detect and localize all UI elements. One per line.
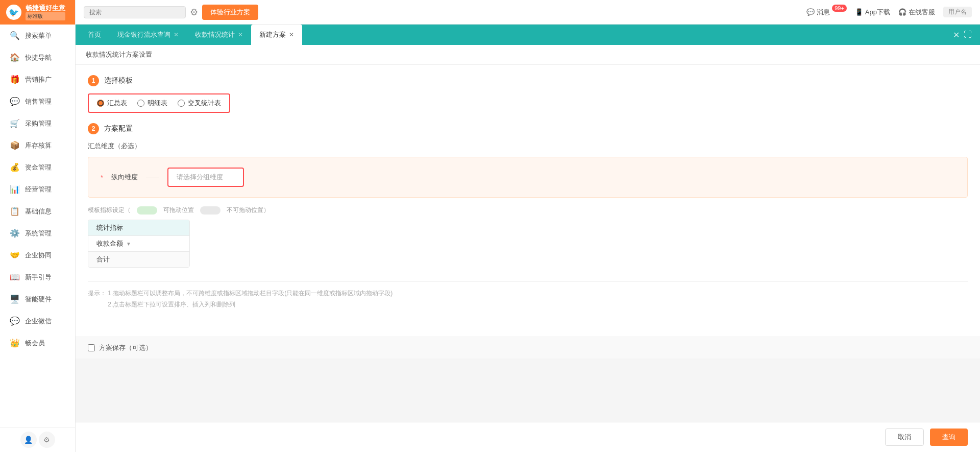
metrics-config-label: 模板指标设定（ [88, 206, 131, 215]
trial-button[interactable]: 体验行业方案 [202, 5, 258, 20]
radio-cross[interactable]: 交叉统计表 [178, 99, 221, 108]
step1-number: 1 [88, 75, 99, 86]
logo-title: 畅捷通好生意 [26, 4, 65, 12]
vip-member-icon: 👑 [10, 338, 20, 348]
radio-summary-label: 汇总表 [107, 99, 127, 108]
dimension-row: * 纵向维度 —— 请选择分组维度 [101, 168, 955, 187]
sidebar-item-beginner-guide[interactable]: 📖 新手引导 [0, 266, 75, 288]
online-service-action[interactable]: 🎧 在线客服 [898, 8, 935, 17]
hint-text-1: 提示： 1.拖动标题栏可以调整布局，不可跨维度或指标区域拖动栏目字段(只能在同一… [88, 288, 968, 299]
logo-text-area: 畅捷通好生意 标准版 [26, 4, 65, 20]
sidebar-item-label: 新手引导 [25, 273, 52, 282]
step2-header: 2 方案配置 [88, 123, 968, 134]
hint-content-2: 2.点击标题栏下拉可设置排序、插入列和删除列 [108, 301, 235, 308]
metrics-row-collection: 收款金额 ▼ [88, 235, 189, 251]
tab-bank-flow-label: 现金银行流水查询 [117, 30, 170, 39]
app-download-icon: 📱 [855, 8, 863, 16]
sidebar-item-inventory[interactable]: 📦 库存核算 [0, 134, 75, 156]
beginner-guide-icon: 📖 [10, 272, 20, 282]
form-card: 1 选择模板 汇总表 明细表 [76, 65, 980, 337]
radio-summary-input[interactable] [97, 100, 104, 107]
tab-collection-stats-close[interactable]: ✕ [238, 31, 243, 38]
radio-detail-input[interactable] [137, 100, 144, 107]
tab-new-plan-close[interactable]: ✕ [289, 31, 294, 38]
step2-title: 方案配置 [104, 124, 133, 133]
dimension-select-placeholder: 请选择分组维度 [177, 173, 223, 181]
step1-title: 选择模板 [104, 76, 133, 85]
cancel-button[interactable]: 取消 [885, 429, 924, 446]
chevron-down-icon[interactable]: ▼ [126, 241, 131, 247]
vertical-dimension-label: 纵向维度 [111, 173, 138, 182]
tab-bar: 首页 现金银行流水查询 ✕ 收款情况统计 ✕ 新建方案 ✕ ✕ ⛶ [76, 25, 980, 45]
finance-icon: 💰 [10, 162, 20, 172]
draggable-hint: 模板指标设定（ 可拖动位置 不可拖动位置） [88, 206, 968, 215]
app-download-action[interactable]: 📱 App下载 [855, 8, 890, 17]
sidebar-item-sales[interactable]: 💬 销售管理 [0, 90, 75, 112]
sidebar-item-quick-nav[interactable]: 🏠 快捷导航 [0, 46, 75, 68]
tab-home-label: 首页 [88, 30, 101, 39]
sidebar-footer: 👤 ⚙ [0, 427, 75, 452]
non-draggable-indicator [200, 206, 220, 215]
page-content: 收款情况统计方案设置 1 选择模板 汇总表 [76, 45, 980, 422]
sidebar-item-enterprise-wechat[interactable]: 💬 企业微信 [0, 310, 75, 332]
search-menu-icon: 🔍 [10, 31, 20, 40]
footer-user-btn[interactable]: 👤 [20, 432, 37, 448]
sales-icon: 💬 [10, 97, 20, 106]
search-input[interactable] [84, 6, 186, 18]
sidebar-item-system[interactable]: ⚙️ 系统管理 [0, 222, 75, 244]
step2-section: 2 方案配置 汇总维度（必选） * 纵向维度 —— 请选择分组维度 [88, 123, 968, 316]
smart-hardware-icon: 🖥️ [10, 294, 20, 304]
radio-detail[interactable]: 明细表 [137, 99, 167, 108]
summary-dimension-label: 汇总维度（必选） [88, 141, 968, 151]
radio-cross-label: 交叉统计表 [188, 99, 221, 108]
header-left: ⚙ 体验行业方案 [84, 5, 798, 20]
footer-settings-btn[interactable]: ⚙ [39, 432, 55, 448]
tab-expand-icon[interactable]: ⛶ [964, 30, 972, 39]
save-section: 方案保存（可选） [76, 337, 980, 359]
dimension-select[interactable]: 请选择分组维度 [167, 168, 244, 187]
draggable-label: 可拖动位置 [163, 206, 194, 215]
radio-summary[interactable]: 汇总表 [97, 99, 127, 108]
sidebar-item-label: 库存核算 [25, 141, 52, 150]
system-icon: ⚙️ [10, 228, 20, 238]
sidebar-item-label: 企业协同 [25, 251, 52, 260]
total-row: 合计 [88, 251, 189, 267]
save-label: 方案保存（可选） [99, 343, 152, 352]
operation-icon: 📊 [10, 184, 20, 194]
sidebar-item-purchase[interactable]: 🛒 采购管理 [0, 112, 75, 134]
sidebar-item-enterprise-collab[interactable]: 🤝 企业协同 [0, 244, 75, 266]
sidebar-item-basic-info[interactable]: 📋 基础信息 [0, 200, 75, 222]
query-button[interactable]: 查询 [930, 429, 968, 446]
sidebar-item-marketing[interactable]: 🎁 营销推广 [0, 68, 75, 90]
save-checkbox[interactable] [88, 344, 95, 351]
user-avatar[interactable]: 用户名 [943, 7, 972, 17]
settings-icon[interactable]: ⚙ [190, 7, 198, 18]
hint-prefix-2 [88, 301, 106, 308]
radio-detail-label: 明细表 [148, 99, 167, 108]
step1-header: 1 选择模板 [88, 75, 968, 86]
tab-collection-stats[interactable]: 收款情况统计 ✕ [187, 25, 251, 45]
message-action[interactable]: 💬 消息 99+ [806, 8, 847, 17]
sidebar-item-vip-member[interactable]: 👑 畅会员 [0, 332, 75, 354]
tab-home[interactable]: 首页 [80, 25, 109, 45]
sidebar-item-operation[interactable]: 📊 经营管理 [0, 178, 75, 200]
non-draggable-label: 不可拖动位置） [227, 206, 270, 215]
page-title-bar: 收款情况统计方案设置 [76, 45, 980, 65]
tab-collection-stats-label: 收款情况统计 [195, 30, 235, 39]
tab-bank-flow-close[interactable]: ✕ [174, 31, 179, 38]
sidebar-item-label: 畅会员 [25, 339, 45, 348]
step1-section: 1 选择模板 汇总表 明细表 [88, 75, 968, 113]
sidebar-item-label: 采购管理 [25, 119, 52, 128]
hint-prefix-1: 提示： [88, 290, 106, 297]
radio-cross-input[interactable] [178, 100, 185, 107]
tab-new-plan[interactable]: 新建方案 ✕ [251, 25, 302, 45]
tab-bank-flow[interactable]: 现金银行流水查询 ✕ [109, 25, 187, 45]
sidebar-item-finance[interactable]: 💰 资金管理 [0, 156, 75, 178]
sidebar-item-search-menu[interactable]: 🔍 搜索菜单 [0, 25, 75, 46]
tab-close-all-icon[interactable]: ✕ [953, 30, 960, 40]
message-label: 消息 [817, 8, 830, 17]
sidebar-item-label: 资金管理 [25, 163, 52, 172]
sidebar-item-smart-hardware[interactable]: 🖥️ 智能硬件 [0, 288, 75, 310]
enterprise-wechat-icon: 💬 [10, 316, 20, 326]
hint-content-1: 1.拖动标题栏可以调整布局，不可跨维度或指标区域拖动栏目字段(只能在同一维度或指… [108, 290, 393, 297]
